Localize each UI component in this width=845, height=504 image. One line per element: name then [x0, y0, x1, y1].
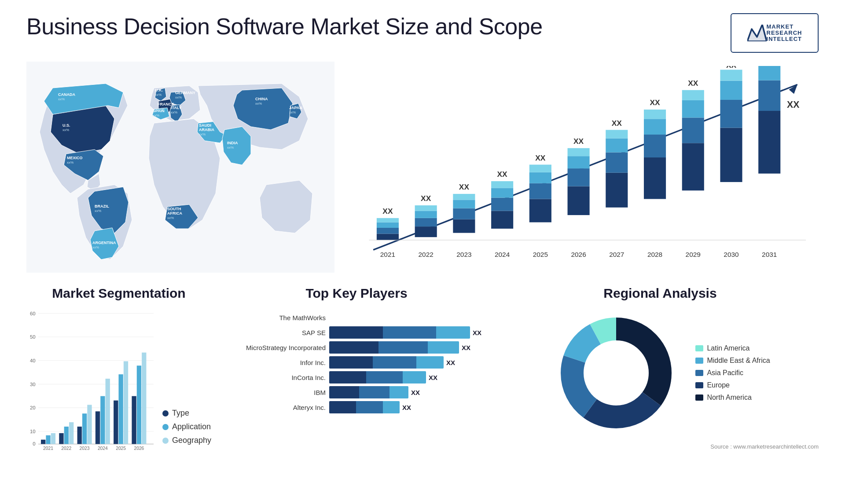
players-list: The MathWorks SAP SE XX — [229, 307, 484, 413]
svg-text:MEXICO: MEXICO — [67, 156, 83, 160]
svg-rect-84 — [682, 143, 704, 190]
svg-rect-139 — [137, 365, 141, 444]
source-text: Source : www.marketresearchintellect.com — [502, 443, 819, 450]
player-name-alteryx: Alteryx Inc. — [229, 404, 326, 411]
svg-rect-134 — [114, 401, 118, 444]
svg-text:40: 40 — [30, 358, 36, 363]
bar-2030: 2030 XX — [720, 66, 742, 258]
svg-rect-56 — [491, 188, 513, 197]
player-row-alteryx: Alteryx Inc. XX — [229, 401, 484, 413]
legend-europe: Europe — [695, 381, 770, 389]
svg-text:SOUTH: SOUTH — [167, 207, 181, 211]
svg-text:2031: 2031 — [762, 251, 777, 258]
legend-middle-east-africa: Middle East & Africa — [695, 357, 770, 365]
segmentation-chart-svg: 60 50 40 30 20 10 0 — [26, 307, 154, 452]
svg-text:2030: 2030 — [724, 251, 738, 258]
player-name-microstrategy: MicroStrategy Incorporated — [229, 344, 326, 351]
legend-latin-america: Latin America — [695, 344, 770, 352]
player-name-infor: Infor Inc. — [229, 359, 326, 366]
logo: MARKET RESEARCH INTELLECT — [731, 13, 819, 53]
svg-text:2026: 2026 — [134, 446, 144, 451]
header: Business Decision Software Market Size a… — [26, 13, 819, 53]
player-row-ibm: IBM XX — [229, 386, 484, 398]
svg-text:XX: XX — [573, 137, 584, 146]
svg-rect-97 — [758, 80, 780, 111]
bar-2025: 2025 XX — [529, 153, 551, 259]
svg-rect-42 — [415, 226, 437, 237]
svg-text:2028: 2028 — [647, 251, 662, 258]
svg-rect-122 — [59, 433, 63, 444]
svg-text:SAUDI: SAUDI — [199, 123, 211, 128]
svg-text:GERMANY: GERMANY — [175, 91, 195, 95]
svg-rect-45 — [415, 205, 437, 211]
svg-text:2023: 2023 — [80, 446, 90, 451]
svg-text:xx%: xx% — [92, 245, 99, 249]
svg-text:2029: 2029 — [686, 251, 701, 258]
svg-text:xx%: xx% — [255, 102, 262, 106]
svg-text:XX: XX — [421, 194, 431, 203]
svg-rect-49 — [453, 208, 475, 219]
svg-text:2024: 2024 — [495, 251, 510, 258]
svg-rect-39 — [377, 218, 399, 223]
svg-text:XX: XX — [497, 170, 508, 179]
svg-rect-60 — [529, 199, 551, 222]
svg-text:10: 10 — [30, 429, 36, 434]
svg-text:BRAZIL: BRAZIL — [95, 204, 109, 208]
player-name-mathworks: The MathWorks — [229, 314, 326, 321]
svg-text:XX: XX — [382, 207, 393, 215]
legend-asia-pacific: Asia Pacific — [695, 369, 770, 377]
svg-text:XX: XX — [650, 98, 660, 107]
svg-text:2024: 2024 — [98, 446, 108, 451]
player-row-sap: SAP SE XX — [229, 326, 484, 339]
svg-text:2022: 2022 — [61, 446, 71, 451]
regional-title: Regional Analysis — [502, 286, 819, 301]
regional-container: Regional Analysis — [502, 286, 819, 471]
bar-2024: 2024 XX — [491, 170, 513, 258]
player-row-mathworks: The MathWorks — [229, 311, 484, 324]
svg-text:xx%: xx% — [67, 161, 73, 164]
svg-rect-132 — [106, 379, 110, 444]
svg-rect-93 — [720, 70, 742, 81]
legend-dot-application — [162, 424, 169, 430]
svg-text:INDIA: INDIA — [227, 141, 238, 145]
svg-rect-50 — [453, 200, 475, 208]
top-section: CANADA xx% U.S. xx% MEXICO xx% BRAZIL xx… — [26, 62, 819, 273]
legend-type: Type — [162, 409, 211, 418]
svg-rect-55 — [491, 198, 513, 211]
legend-label-middle-east-africa: Middle East & Africa — [707, 357, 770, 365]
svg-rect-131 — [100, 396, 105, 444]
logo-line2: RESEARCH — [767, 30, 802, 36]
svg-text:30: 30 — [30, 382, 36, 387]
svg-rect-63 — [529, 164, 551, 172]
svg-rect-119 — [46, 435, 50, 444]
player-name-sap: SAP SE — [229, 329, 326, 336]
svg-text:2023: 2023 — [456, 251, 471, 258]
svg-text:XX: XX — [726, 66, 737, 69]
svg-rect-80 — [644, 119, 666, 135]
svg-rect-138 — [132, 396, 136, 444]
svg-text:CHINA: CHINA — [255, 97, 268, 101]
svg-text:20: 20 — [30, 405, 36, 410]
legend-dot-geography — [162, 438, 169, 444]
svg-text:60: 60 — [30, 311, 36, 316]
svg-rect-128 — [87, 405, 92, 444]
svg-rect-118 — [41, 440, 45, 444]
bottom-section: Market Segmentation 60 50 40 30 20 10 0 — [26, 286, 819, 471]
svg-rect-68 — [568, 156, 590, 168]
svg-rect-140 — [142, 353, 146, 444]
world-map-svg: CANADA xx% U.S. xx% MEXICO xx% BRAZIL xx… — [26, 62, 334, 273]
svg-text:xx%: xx% — [62, 128, 69, 132]
svg-text:xx%: xx% — [95, 209, 101, 213]
page-title: Business Decision Software Market Size a… — [26, 13, 543, 40]
player-row-infor: Infor Inc. XX — [229, 356, 484, 369]
svg-text:2021: 2021 — [380, 251, 395, 258]
svg-text:XX: XX — [459, 183, 470, 191]
svg-rect-62 — [529, 172, 551, 183]
bar-2029: 2029 XX — [682, 79, 704, 258]
player-row-microstrategy: MicroStrategy Incorporated XX — [229, 341, 484, 354]
svg-rect-38 — [377, 222, 399, 228]
top-players-title: Top Key Players — [229, 286, 484, 301]
player-name-ibm: IBM — [229, 389, 326, 396]
svg-rect-57 — [491, 181, 513, 188]
svg-rect-92 — [720, 81, 742, 100]
